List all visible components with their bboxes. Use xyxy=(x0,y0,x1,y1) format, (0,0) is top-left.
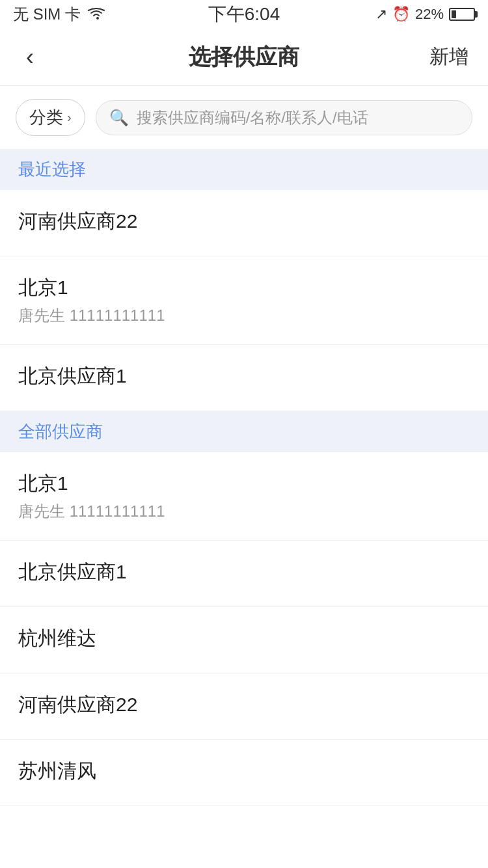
location-icon: ↗ xyxy=(375,6,387,23)
recent-section-header: 最近选择 xyxy=(0,149,488,190)
item-name: 苏州清风 xyxy=(18,758,470,785)
status-bar: 无 SIM 卡 下午6:04 ↗ ⏰ 22% xyxy=(0,0,488,29)
search-placeholder: 搜索供应商编码/名称/联系人/电话 xyxy=(137,107,368,128)
back-button[interactable]: ‹ xyxy=(20,37,40,77)
item-name: 北京1 xyxy=(18,470,470,497)
item-name: 杭州维达 xyxy=(18,625,470,652)
nav-bar: ‹ 选择供应商 新增 xyxy=(0,29,488,86)
all-list-item[interactable]: 北京1唐先生 11111111111 xyxy=(0,452,488,541)
item-name: 北京供应商1 xyxy=(18,559,470,586)
search-icon: 🔍 xyxy=(109,109,129,127)
item-name: 北京供应商1 xyxy=(18,363,470,390)
item-name: 河南供应商22 xyxy=(18,692,470,718)
battery-icon xyxy=(449,8,475,21)
all-list-item[interactable]: 河南供应商22 xyxy=(0,673,488,740)
item-name: 河南供应商22 xyxy=(18,208,470,235)
filter-bar: 分类 › 🔍 搜索供应商编码/名称/联系人/电话 xyxy=(0,86,488,149)
recent-list-item[interactable]: 北京供应商1 xyxy=(0,345,488,411)
category-label: 分类 xyxy=(29,106,63,129)
all-section-label: 全部供应商 xyxy=(18,422,103,441)
chevron-right-icon: › xyxy=(67,110,72,125)
recent-list-item[interactable]: 河南供应商22 xyxy=(0,190,488,256)
page-title: 选择供应商 xyxy=(189,42,299,72)
search-box[interactable]: 🔍 搜索供应商编码/名称/联系人/电话 xyxy=(96,100,472,135)
all-list-item[interactable]: 苏州清风 xyxy=(0,740,488,806)
battery-pct: 22% xyxy=(415,6,444,23)
new-supplier-button[interactable]: 新增 xyxy=(429,44,468,70)
status-time: 下午6:04 xyxy=(208,2,280,27)
status-right: ↗ ⏰ 22% xyxy=(375,6,475,23)
item-name: 北京1 xyxy=(18,275,470,301)
status-left: 无 SIM 卡 xyxy=(13,4,105,25)
item-contact: 唐先生 11111111111 xyxy=(18,305,470,326)
wifi-icon xyxy=(87,8,105,21)
alarm-icon: ⏰ xyxy=(392,6,410,23)
recent-section-label: 最近选择 xyxy=(18,159,86,179)
no-sim-label: 无 SIM 卡 xyxy=(13,4,81,25)
recent-items-list: 河南供应商22北京1唐先生 11111111111北京供应商1 xyxy=(0,190,488,411)
category-filter-button[interactable]: 分类 › xyxy=(16,99,85,136)
all-items-list: 北京1唐先生 11111111111北京供应商1杭州维达河南供应商22苏州清风 xyxy=(0,452,488,806)
all-section-header: 全部供应商 xyxy=(0,411,488,452)
recent-list-item[interactable]: 北京1唐先生 11111111111 xyxy=(0,256,488,345)
all-list-item[interactable]: 北京供应商1 xyxy=(0,541,488,607)
all-list-item[interactable]: 杭州维达 xyxy=(0,607,488,673)
item-contact: 唐先生 11111111111 xyxy=(18,501,470,522)
